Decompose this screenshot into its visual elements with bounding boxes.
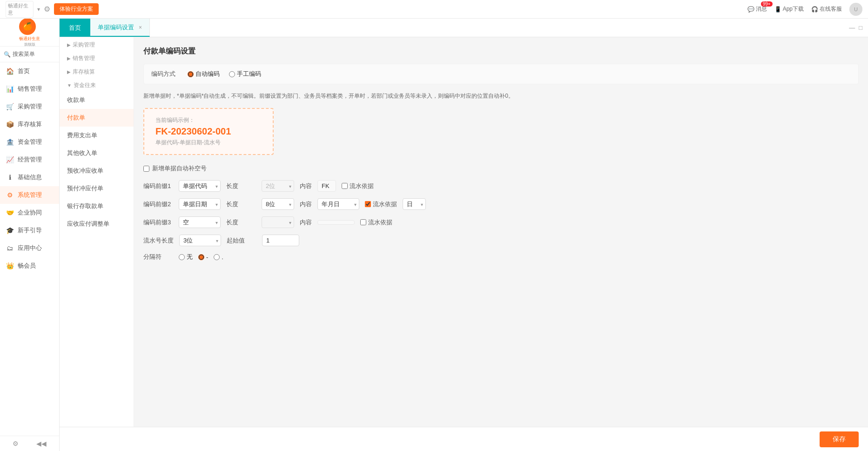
prefix-3-select[interactable]: 空 单据代码 部门 业务员	[179, 216, 221, 228]
auto-radio-option[interactable]: 自动编码	[188, 70, 220, 78]
collapse-icon[interactable]: ◀◀	[36, 440, 47, 447]
tab-actions: — □	[843, 19, 868, 37]
serial-1-checkbox-label[interactable]: 流水依据	[342, 182, 374, 190]
auto-fill-checkbox[interactable]	[143, 166, 149, 172]
group-sales[interactable]: ▶ 销售管理	[60, 51, 134, 64]
content-area: 首页 单据编码设置 × — □ ▶ 采购管理 ▶ 销售管理	[60, 19, 868, 451]
content-1-value: FK	[317, 180, 336, 192]
length-2-select[interactable]: 6位 8位	[262, 198, 294, 210]
group-purchase[interactable]: ▶ 采购管理	[60, 37, 134, 51]
sidebar-item-guide[interactable]: 🎓 新手引导	[0, 222, 59, 239]
sub-item-receipt[interactable]: 收款单	[60, 91, 134, 109]
sub-item-prepay-payable[interactable]: 预付冲应付单	[60, 180, 134, 197]
settings-icon[interactable]: ⚙	[44, 5, 50, 13]
sep-dash-option[interactable]: -	[198, 254, 208, 261]
sub-item-expense[interactable]: 费用支出单	[60, 127, 134, 144]
user-avatar[interactable]: U	[849, 3, 862, 16]
inventory-icon: 📦	[6, 120, 14, 128]
sep-dot-option[interactable]: .	[214, 254, 223, 261]
serial-3-checkbox[interactable]	[360, 219, 366, 225]
sub-item-prepay-receivable[interactable]: 预收冲应收单	[60, 162, 134, 180]
serial-length-select[interactable]: 3位 4位 5位 6位	[179, 235, 221, 246]
sub-item-prepay-receivable-label: 预收冲应收单	[67, 167, 103, 175]
content-2-select-wrapper: 年月日 年月 年	[317, 198, 359, 210]
settings-bottom-icon[interactable]: ⚙	[13, 440, 19, 447]
sidebar-item-member[interactable]: 👑 畅会员	[0, 257, 59, 275]
minimize-icon[interactable]: —	[849, 24, 855, 31]
apps-icon: 🗂	[6, 244, 14, 252]
sidebar-item-inventory[interactable]: 📦 库存核算	[0, 115, 59, 133]
sidebar-item-collab[interactable]: 🤝 企业协同	[0, 204, 59, 222]
auto-radio-input[interactable]	[188, 71, 194, 77]
sidebar-item-apps[interactable]: 🗂 应用中心	[0, 239, 59, 257]
content-2-label: 内容	[300, 200, 312, 209]
app-name: 畅通好生意	[19, 36, 40, 42]
maximize-icon[interactable]: □	[859, 24, 862, 31]
prefix-2-select[interactable]: 单据日期 部门 业务员 空	[179, 198, 221, 210]
tab-close-icon[interactable]: ×	[139, 24, 142, 31]
content-2-select[interactable]: 年月日 年月 年	[317, 198, 359, 210]
tab-encoding-settings[interactable]: 单据编码设置 ×	[90, 19, 150, 37]
serial-unit-select[interactable]: 日 月 年	[403, 198, 426, 210]
start-value-input[interactable]	[262, 235, 299, 246]
sidebar-item-home[interactable]: 🏠 首页	[0, 62, 59, 80]
sub-item-receipt-label: 收款单	[67, 96, 85, 104]
content-1-label: 内容	[300, 182, 312, 190]
nav-label-business: 经营管理	[18, 155, 42, 164]
sub-item-bank[interactable]: 银行存取款单	[60, 197, 134, 215]
serial-2-checkbox-label[interactable]: 流水依据	[365, 200, 397, 209]
manual-radio-option[interactable]: 手工编码	[229, 70, 261, 78]
sub-item-adjust-label: 应收应付调整单	[67, 220, 109, 228]
manual-radio-input[interactable]	[229, 71, 235, 77]
serial-1-checkbox[interactable]	[342, 183, 348, 189]
length-3-select[interactable]	[262, 216, 294, 228]
info-icon: ℹ	[6, 173, 14, 182]
content-3-label: 内容	[300, 218, 312, 227]
sub-item-prepay-payable-label: 预付冲应付单	[67, 184, 103, 193]
dropdown-icon[interactable]: ▾	[37, 6, 40, 13]
serial-length-select-wrapper: 3位 4位 5位 6位	[179, 235, 221, 246]
sep-dash-radio[interactable]	[198, 254, 204, 260]
search-menu[interactable]: 🔍 搜索菜单	[0, 47, 59, 62]
prefix-1-select-wrapper: 单据代码 部门 业务员 空	[179, 180, 221, 192]
sidebar-item-system[interactable]: ⚙ 系统管理	[0, 186, 59, 204]
app-download[interactable]: 📱 App下载	[774, 5, 804, 13]
sidebar-item-business[interactable]: 📈 经营管理	[0, 151, 59, 168]
app-selector[interactable]: 畅通好生意	[6, 1, 34, 18]
length-1-select[interactable]: 2位	[262, 180, 294, 192]
prefix-2-label: 编码前缀2	[143, 200, 173, 209]
sidebar-item-info[interactable]: ℹ 基础信息	[0, 168, 59, 186]
member-icon: 👑	[6, 262, 14, 270]
page-content: 付款单编码设置 编码方式 自动编码 手工编码	[134, 37, 868, 427]
serial-2-checkbox[interactable]	[365, 201, 371, 207]
code-example-box: 当前编码示例： FK-20230602-001 单据代码-单据日期-流水号	[143, 108, 274, 155]
prefix-row-1: 编码前缀1 单据代码 部门 业务员 空 长度 2位	[143, 180, 859, 192]
save-button[interactable]: 保存	[820, 431, 859, 447]
sub-item-other-income[interactable]: 其他收入单	[60, 144, 134, 162]
online-service[interactable]: 🎧 在线客服	[811, 5, 842, 13]
sub-item-payment[interactable]: 付款单	[60, 109, 134, 127]
start-value-label: 起始值	[227, 236, 256, 245]
trial-button[interactable]: 体验行业方案	[54, 3, 99, 15]
sidebar-item-sales[interactable]: 📊 销售管理	[0, 80, 59, 98]
prefix-1-select[interactable]: 单据代码 部门 业务员 空	[179, 180, 221, 192]
group-capital[interactable]: ▼ 资金往来	[60, 78, 134, 91]
message-section[interactable]: 💬 消息 99+	[747, 5, 767, 13]
page-split: ▶ 采购管理 ▶ 销售管理 ▶ 库存核算 ▼ 资金往来 收款单	[60, 37, 868, 427]
nav-label-apps: 应用中心	[18, 244, 42, 252]
sidebar-item-purchase[interactable]: 🛒 采购管理	[0, 98, 59, 115]
auto-radio-label: 自动编码	[195, 70, 220, 78]
serial-3-checkbox-label[interactable]: 流水依据	[360, 218, 392, 227]
tab-bar: 首页 单据编码设置 × — □	[60, 19, 868, 37]
sidebar-item-finance[interactable]: 🏦 资金管理	[0, 133, 59, 151]
top-bar-right: 💬 消息 99+ 📱 App下载 🎧 在线客服 U	[747, 3, 862, 16]
serial-unit-select-wrapper: 日 月 年	[403, 198, 426, 210]
tab-home[interactable]: 首页	[60, 19, 90, 37]
group-purchase-label: 采购管理	[73, 41, 95, 49]
group-inventory[interactable]: ▶ 库存核算	[60, 64, 134, 78]
sub-item-adjust[interactable]: 应收应付调整单	[60, 215, 134, 233]
sep-dot-radio[interactable]	[214, 254, 220, 260]
length-2-label: 长度	[226, 200, 256, 209]
sep-none-radio[interactable]	[179, 254, 185, 260]
sep-none-option[interactable]: 无	[179, 253, 193, 261]
